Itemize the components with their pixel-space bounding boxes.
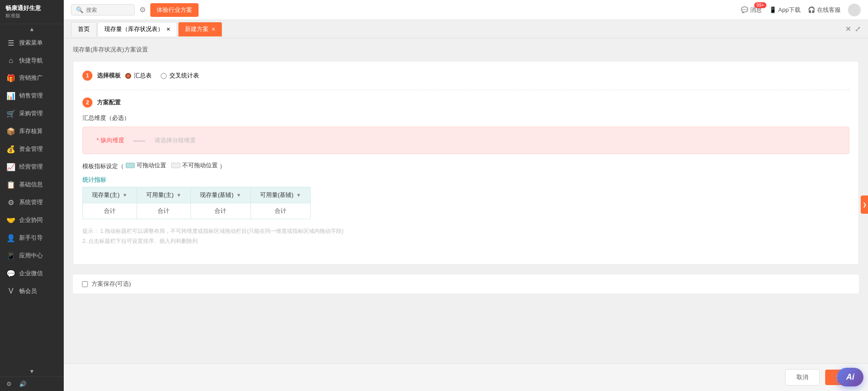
radio-cross-input[interactable] [161, 73, 167, 79]
col-arrow-0[interactable]: ▼ [123, 192, 128, 198]
tab-new-plan-close-icon[interactable]: ✕ [211, 26, 215, 32]
user-avatar[interactable] [848, 4, 861, 16]
collapse-button[interactable]: ❯ [861, 196, 868, 214]
cell-2: 合计 [191, 203, 251, 219]
cell-1: 合计 [137, 203, 191, 219]
home-icon: ⌂ [6, 57, 15, 65]
headset-icon: 🎧 [808, 6, 815, 13]
sidebar-item-inventory[interactable]: 📦 库存核算 [0, 123, 64, 140]
tab-home-label: 首页 [78, 25, 90, 33]
app-download-link[interactable]: 📱 App下载 [769, 6, 801, 14]
message-badge[interactable]: 💬 消息 99+ [741, 6, 762, 14]
tab-inventory-label: 现存量（库存状况表） [104, 25, 163, 33]
tab-new-plan[interactable]: 新建方案 ✕ [178, 22, 222, 36]
sidebar-item-marketing[interactable]: 🎁 营销推广 [0, 69, 64, 87]
sidebar-item-system[interactable]: ⚙ 系统管理 [0, 194, 64, 211]
sidebar-item-operations[interactable]: 📈 经营管理 [0, 158, 64, 176]
search-input[interactable] [86, 7, 127, 13]
vertical-dimension-box[interactable]: * 纵向维度 —— 请选择分组维度 [82, 127, 849, 154]
sidebar-nav: ☰ 搜索菜单 ⌂ 快捷导航 🎁 营销推广 📊 销售管理 🛒 采购管理 📦 库存核… [0, 34, 64, 366]
radio-summary[interactable]: 汇总表 [125, 72, 152, 80]
vertical-dim-placeholder: 请选择分组维度 [154, 136, 196, 144]
search-icon: 🔍 [76, 6, 83, 13]
sidebar-item-label: 采购管理 [19, 109, 43, 118]
sidebar-item-label: 企业协同 [19, 216, 43, 224]
tab-inventory-close-icon[interactable]: ✕ [166, 26, 170, 32]
save-label[interactable]: 方案保存(可选) [92, 280, 131, 288]
sidebar-item-finance[interactable]: 💰 资金管理 [0, 140, 64, 158]
cell-0: 合计 [83, 203, 137, 219]
step2-title: 方案配置 [97, 98, 121, 107]
sidebar-item-label: 资金管理 [19, 145, 43, 153]
settings-icon[interactable]: ⚙ [6, 381, 12, 387]
col-header-0[interactable]: 现存量(主) ▼ [83, 187, 137, 203]
gift-icon: 🎁 [6, 74, 15, 82]
tab-inventory-status[interactable]: 现存量（库存状况表） ✕ [97, 22, 177, 36]
col-arrow-2[interactable]: ▼ [236, 192, 241, 198]
ai-badge[interactable]: Ai [837, 368, 863, 386]
bottom-actions: 取消 查询 [64, 363, 868, 391]
sidebar-item-sales[interactable]: 📊 销售管理 [0, 87, 64, 105]
sidebar: 畅康通好生意 标准版 ▲ ☰ 搜索菜单 ⌂ 快捷导航 🎁 营销推广 📊 销售管理… [0, 0, 64, 391]
tab-home[interactable]: 首页 [71, 22, 97, 36]
handshake-icon: 🤝 [6, 216, 15, 225]
sidebar-item-label: 销售管理 [19, 92, 43, 100]
box-icon: 📦 [6, 127, 15, 136]
sidebar-logo: 畅康通好生意 标准版 [0, 0, 64, 24]
search-box[interactable]: 🔍 [71, 4, 135, 15]
app-name: 畅康通好生意 [5, 5, 58, 12]
vip-icon: V [6, 287, 15, 295]
gear-icon: ⚙ [6, 198, 15, 207]
radio-cross[interactable]: 交叉统计表 [161, 72, 199, 80]
download-icon: 📱 [769, 6, 776, 13]
sidebar-item-quick-nav[interactable]: ⌂ 快捷导航 [0, 52, 64, 69]
sidebar-scroll-down[interactable]: ▼ [0, 366, 64, 376]
indicator-legend-group: 可拖动位置 不可拖动位置 [126, 163, 220, 170]
col-header-3[interactable]: 可用量(基辅) ▼ [250, 187, 311, 203]
sidebar-item-enterprise-wechat[interactable]: 💬 企业微信 [0, 265, 64, 283]
step1-header: 1 选择模板 汇总表 交叉统计表 [82, 71, 849, 81]
online-support-label: 在线客服 [817, 6, 841, 14]
col-header-2[interactable]: 现存量(基辅) ▼ [191, 187, 251, 203]
sidebar-scroll-up[interactable]: ▲ [0, 24, 64, 34]
col-label-0: 现存量(主) [92, 191, 120, 199]
indicator-label: 模板指标设定（ 可拖动位置 不可拖动位置 [82, 161, 849, 170]
col-label-2: 现存量(基辅) [200, 191, 234, 199]
sidebar-item-app-center[interactable]: 📱 应用中心 [0, 247, 64, 265]
sidebar-item-cooperation[interactable]: 🤝 企业协同 [0, 211, 64, 229]
topbar-left: 🔍 ⚙ 体验行业方案 [71, 3, 735, 17]
window-expand-icon[interactable]: ⤢ [855, 25, 861, 33]
col-arrow-1[interactable]: ▼ [176, 192, 181, 198]
sidebar-item-new-guide[interactable]: 👤 新手引导 [0, 229, 64, 247]
sidebar-item-label: 库存核算 [19, 127, 43, 135]
fixed-legend-box [171, 163, 180, 168]
topbar-right: 💬 消息 99+ 📱 App下载 🎧 在线客服 [741, 4, 861, 16]
sidebar-item-label: 畅会员 [19, 287, 37, 295]
col-header-1[interactable]: 可用量(主) ▼ [137, 187, 191, 203]
save-checkbox[interactable] [82, 281, 88, 287]
online-support-link[interactable]: 🎧 在线客服 [808, 6, 841, 14]
window-close-icon[interactable]: ✕ [845, 25, 851, 33]
vertical-dim-label: * 纵向维度 [97, 136, 124, 144]
sidebar-item-label: 基础信息 [19, 180, 43, 189]
stats-section: 统计指标 现存量(主) ▼ [82, 176, 849, 219]
settings-gear-icon[interactable]: ⚙ [139, 5, 146, 14]
draggable-legend-box [126, 163, 135, 168]
col-label-1: 可用量(主) [146, 191, 174, 199]
operations-icon: 📈 [6, 163, 15, 171]
user-icon: 👤 [6, 234, 15, 242]
chart-icon: 📊 [6, 92, 15, 100]
sidebar-item-vip-member[interactable]: V 畅会员 [0, 283, 64, 300]
tab-new-plan-label: 新建方案 [185, 25, 209, 33]
cancel-button[interactable]: 取消 [785, 369, 820, 386]
sidebar-item-base-info[interactable]: 📋 基础信息 [0, 176, 64, 194]
sidebar-item-search-menu[interactable]: ☰ 搜索菜单 [0, 34, 64, 52]
industry-plan-button[interactable]: 体验行业方案 [150, 3, 199, 17]
radio-summary-input[interactable] [125, 73, 131, 79]
sidebar-item-purchase[interactable]: 🛒 采购管理 [0, 105, 64, 123]
draggable-legend-label: 可拖动位置 [137, 161, 166, 170]
indicator-title-suffix: ） [220, 163, 225, 170]
radio-summary-label: 汇总表 [134, 72, 152, 80]
audio-icon[interactable]: 🔊 [19, 381, 26, 387]
col-arrow-3[interactable]: ▼ [296, 192, 301, 198]
